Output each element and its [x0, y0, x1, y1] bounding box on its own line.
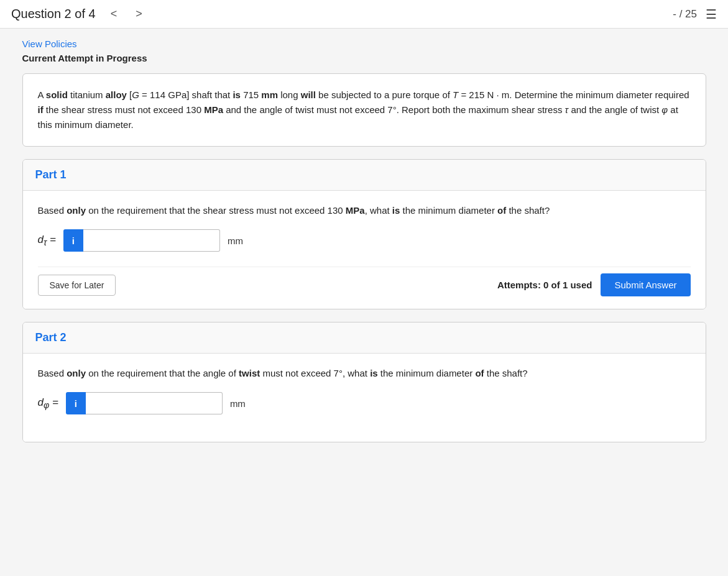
part-1-card: Part 1 Based only on the requirement tha…: [22, 159, 706, 309]
menu-icon[interactable]: ☰: [706, 7, 717, 22]
part-1-unit: mm: [228, 235, 243, 246]
part-2-header: Part 2: [23, 322, 706, 354]
part-2-info-button[interactable]: i: [66, 392, 86, 414]
part-2-body: Based only on the requirement that the a…: [23, 354, 706, 442]
part-1-body: Based only on the requirement that the s…: [23, 191, 706, 309]
question-box: A solid titanium alloy [G = 114 GPa] sha…: [22, 73, 706, 147]
score-display: - / 25: [673, 8, 697, 21]
question-title: Question 2 of 4: [11, 7, 96, 21]
prev-button[interactable]: <: [107, 6, 121, 22]
part-2-card: Part 2 Based only on the requirement tha…: [22, 322, 706, 442]
part-1-footer-right: Attempts: 0 of 1 used Submit Answer: [497, 273, 691, 296]
part-1-question: Based only on the requirement that the s…: [38, 203, 691, 218]
part-1-title: Part 1: [35, 168, 67, 181]
part-1-footer: Save for Later Attempts: 0 of 1 used Sub…: [38, 267, 691, 296]
part-1-variable: dτ =: [38, 234, 56, 247]
part-1-info-button[interactable]: i: [63, 229, 83, 252]
part-2-title: Part 2: [35, 331, 67, 344]
part-1-answer-row: dτ = i mm: [38, 229, 691, 252]
part-2-answer-input[interactable]: [86, 392, 223, 414]
page-content: View Policies Current Attempt in Progres…: [10, 29, 719, 465]
top-bar-right: - / 25 ☰: [673, 7, 717, 22]
view-policies-link[interactable]: View Policies: [22, 39, 77, 49]
part-1-answer-input[interactable]: [83, 229, 220, 252]
part-2-unit: mm: [230, 398, 246, 409]
current-attempt-status: Current Attempt in Progress: [22, 53, 706, 63]
part-1-attempts-text: Attempts: 0 of 1 used: [497, 280, 592, 290]
part-2-question: Based only on the requirement that the a…: [38, 366, 691, 381]
part-2-answer-row: dφ = i mm: [38, 392, 691, 414]
part-2-variable: dφ =: [38, 396, 58, 410]
top-bar: Question 2 of 4 < > - / 25 ☰: [0, 0, 728, 29]
part-1-save-later-button[interactable]: Save for Later: [38, 275, 116, 296]
part-1-header: Part 1: [23, 160, 706, 191]
question-text: A solid titanium alloy [G = 114 GPa] sha…: [38, 88, 691, 132]
next-button[interactable]: >: [132, 6, 146, 22]
part-1-submit-button[interactable]: Submit Answer: [601, 273, 690, 296]
top-bar-left: Question 2 of 4 < >: [11, 6, 146, 22]
